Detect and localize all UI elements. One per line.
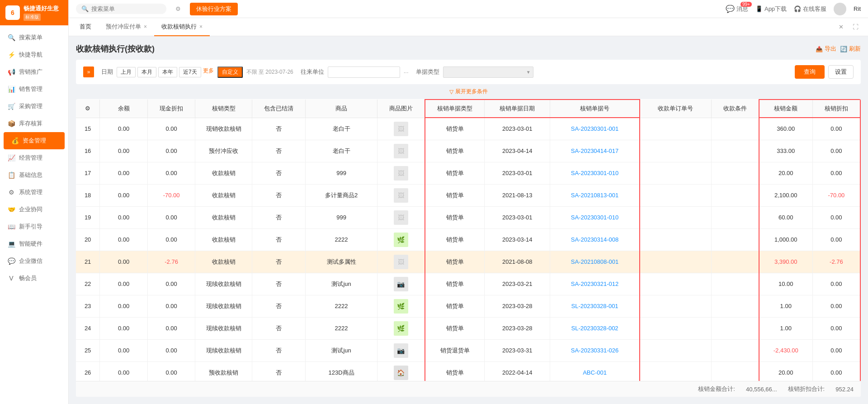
cell-include_settled: 否 <box>252 118 306 140</box>
sidebar-item-search[interactable]: 🔍搜索菜单 <box>0 29 68 46</box>
sidebar-item-basic-info[interactable]: 📋基础信息 <box>0 166 68 184</box>
cell-include_settled: 否 <box>252 295 306 317</box>
sidebar-item-system[interactable]: ⚙系统管理 <box>0 184 68 201</box>
gear-button[interactable]: ⚙ <box>172 3 184 15</box>
cell-verify_bill_no[interactable]: SA-20230331-026 <box>550 339 640 361</box>
sidebar-item-guide[interactable]: 📖新手引导 <box>0 218 68 235</box>
cell-verify_bill_no[interactable]: SA-20210813-001 <box>550 184 640 206</box>
date-7-days[interactable]: 近7天 <box>179 67 201 77</box>
from-unit-input[interactable] <box>328 67 400 78</box>
online-service-button[interactable]: 🎧 在线客服 <box>794 5 826 13</box>
refresh-button[interactable]: 🔄 刷新 <box>840 45 861 53</box>
sidebar-item-sales[interactable]: 📊销售管理 <box>0 81 68 98</box>
cell-verify_type: 预收款核销 <box>195 361 252 381</box>
cell-verify_bill_no[interactable]: SA-20230414-017 <box>550 140 640 162</box>
date-custom-button[interactable]: 自定义 <box>217 67 243 78</box>
sidebar-item-hardware[interactable]: 💻智能硬件 <box>0 235 68 252</box>
cell-verify_bill_no[interactable]: SA-20230301-010 <box>550 162 640 184</box>
cell-receipt_order_no <box>640 140 711 162</box>
close-tab-button[interactable]: ✕ <box>835 22 846 33</box>
logo-text-area: 畅捷通好生意 标准版 <box>24 5 59 21</box>
filter-toggle-button[interactable]: » <box>83 67 94 77</box>
col-header-balance: 余额 <box>100 100 148 118</box>
cell-verify_bill_no[interactable]: SL-20230328-001 <box>550 295 640 317</box>
sidebar-item-member[interactable]: V畅会员 <box>0 270 68 287</box>
header-right: 💬 消息 99+ 📱 App下载 🎧 在线客服 Rit <box>726 3 861 15</box>
cell-cash_discount: 0.00 <box>147 339 195 361</box>
nav-label-finance: 资金管理 <box>23 137 46 145</box>
bill-type-select[interactable] <box>443 67 533 78</box>
query-button[interactable]: 查询 <box>795 65 825 79</box>
col-header-verify_amount: 核销金额 <box>759 100 813 118</box>
date-this-month[interactable]: 本月 <box>137 67 156 77</box>
expand-more-button[interactable]: ▽ 展开更多条件 <box>449 88 488 95</box>
nav-icon-hardware: 💻 <box>7 240 15 248</box>
top-header: 🔍 ⚙ 休验行业方案 💬 消息 99+ 📱 App下载 🎧 在线客服 Rit <box>69 0 868 18</box>
sidebar-item-quick-nav[interactable]: ⚡快捷导航 <box>0 46 68 63</box>
cell-goods: 多计量商品2 <box>306 184 377 206</box>
sidebar-item-operation[interactable]: 📈经营管理 <box>0 149 68 166</box>
col-header-verify_bill_date: 核销单据日期 <box>485 100 550 118</box>
cell-include_settled: 否 <box>252 140 306 162</box>
sidebar-item-inventory[interactable]: 📦库存核算 <box>0 115 68 132</box>
cell-goods: 123D商品 <box>306 361 377 381</box>
cell-goods_img: 🖼 <box>377 184 425 206</box>
footer-label-verify-discount: 核销折扣合计: <box>788 385 825 393</box>
export-button[interactable]: 📤 导出 <box>816 45 836 53</box>
tab-label-2: 收款核销执行 <box>161 23 197 31</box>
cell-verify_bill_no[interactable]: SA-20230314-008 <box>550 228 640 251</box>
cell-verify_bill_no[interactable]: SA-20230321-012 <box>550 273 640 295</box>
cell-verify_bill_no[interactable]: SA-20230301-001 <box>550 118 640 140</box>
product-image: 📷 <box>394 277 408 291</box>
tab-1[interactable]: 预付冲应付单× <box>99 18 154 36</box>
user-avatar[interactable] <box>834 3 846 15</box>
date-filter-label: 日期 <box>101 68 113 76</box>
cell-verify_amount: 1,000.00 <box>759 228 813 251</box>
cell-goods: 测试jun <box>306 273 377 295</box>
cell-verify_bill_type: 销货单 <box>425 184 485 206</box>
settings-button[interactable]: 设置 <box>828 65 854 79</box>
date-more-button[interactable]: 更多 <box>203 67 214 77</box>
app-download-button[interactable]: 📱 App下载 <box>755 5 787 13</box>
table-scroll-area[interactable]: ⚙余额现金折扣核销类型包含已结清商品商品图片核销单据类型核销单据日期核销单据号收… <box>76 99 861 381</box>
cell-verify_bill_no[interactable]: SL-20230328-002 <box>550 317 640 339</box>
nav-label-search: 搜索菜单 <box>19 33 42 42</box>
sidebar-item-purchase[interactable]: 🛒采购管理 <box>0 98 68 115</box>
industry-button[interactable]: 休验行业方案 <box>190 3 238 15</box>
cell-receipt_condition <box>711 184 759 206</box>
table-row: 160.000.00预付冲应收否老白干🖼销货单2023-04-14SA-2023… <box>76 140 860 162</box>
col-header-verify_bill_no: 核销单据号 <box>550 100 640 118</box>
col-header-verify_bill_type: 核销单据类型 <box>425 100 485 118</box>
cell-receipt_condition <box>711 251 759 273</box>
tab-2[interactable]: 收款核销执行× <box>154 18 210 36</box>
date-this-year[interactable]: 本年 <box>158 67 177 77</box>
cell-verify_bill_no[interactable]: ABC-001 <box>550 361 640 381</box>
tab-label-1: 预付冲应付单 <box>106 23 141 31</box>
nav-icon-sales: 📊 <box>7 85 15 93</box>
header-search-box[interactable]: 🔍 <box>76 4 166 14</box>
sidebar-item-finance[interactable]: 💰资金管理 <box>4 132 65 149</box>
cell-cash_discount: -2.76 <box>147 251 195 273</box>
tab-label-0: 首页 <box>80 23 91 31</box>
tab-0[interactable]: 首页 <box>72 18 99 36</box>
search-input[interactable] <box>91 5 155 12</box>
cell-verify_bill_no[interactable]: SA-20210808-001 <box>550 251 640 273</box>
cell-balance: 0.00 <box>100 339 148 361</box>
cell-settings: 20 <box>76 228 100 251</box>
date-last-month[interactable]: 上月 <box>117 67 136 77</box>
table-header: ⚙余额现金折扣核销类型包含已结清商品商品图片核销单据类型核销单据日期核销单据号收… <box>76 100 860 118</box>
sidebar-item-wechat[interactable]: 💬企业微信 <box>0 252 68 270</box>
nav-label-purchase: 采购管理 <box>19 102 42 110</box>
cell-verify_bill_date: 2023-03-28 <box>485 317 550 339</box>
tab-close-2[interactable]: × <box>199 24 203 30</box>
product-image: 🖼 <box>394 144 408 158</box>
messages-button[interactable]: 💬 消息 99+ <box>726 5 748 13</box>
sidebar-item-marketing[interactable]: 📢营销推广 <box>0 63 68 81</box>
tab-close-1[interactable]: × <box>144 24 147 30</box>
from-unit-dots[interactable]: ··· <box>404 69 409 76</box>
expand-tab-button[interactable]: ⛶ <box>850 22 861 33</box>
cell-verify_bill_no[interactable]: SA-20230301-010 <box>550 206 640 228</box>
product-image: 🏠 <box>394 366 408 380</box>
cell-verify_bill_date: 2023-04-14 <box>485 140 550 162</box>
sidebar-item-enterprise[interactable]: 🤝企业协同 <box>0 201 68 218</box>
